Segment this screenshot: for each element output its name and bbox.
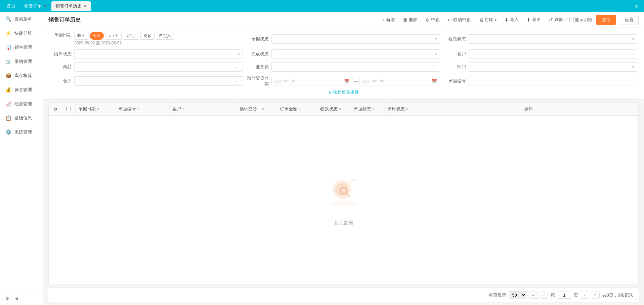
tab-sales-order-close[interactable]: ✕ [44,4,47,8]
collapse-sidebar-icon[interactable]: ◀ [15,296,18,301]
tab-sales-order-label: 销售订单 [24,3,42,9]
th-customer[interactable]: 客户 ⇅ [170,103,237,115]
th-action-label: 操作 [524,106,533,112]
settings-icon[interactable]: ⚙ [5,296,9,301]
export-button[interactable]: ⬆ 导出 [525,15,543,24]
salesperson-input[interactable]: ··· [271,62,440,72]
per-page-select[interactable]: 50 10 20 100 [509,291,526,299]
page-number-input[interactable] [558,292,571,299]
goods-input[interactable]: ··· [74,62,243,72]
th-number[interactable]: 单据编号 ⇅ [116,103,170,115]
customer-input[interactable]: ··· [469,49,637,59]
order-status-select[interactable]: ▾ [271,34,440,44]
th-number-label: 单据编号 [119,106,136,112]
warehouse-dots-icon[interactable]: ··· [233,79,240,84]
payment-status-select[interactable]: ▾ [469,34,637,44]
date-quick-yesterday[interactable]: 昨天 [74,32,88,40]
out-status-label: 出库状态 [50,51,72,57]
th-checkbox[interactable] [62,104,76,115]
select-all-checkbox[interactable] [67,107,71,111]
sidebar-item-quick-nav[interactable]: ⚡ 快捷导航 [0,26,43,40]
import-button[interactable]: ⬇ 导入 [503,15,521,24]
export-label: 导出 [532,17,541,23]
prev-page-button[interactable]: ‹ [541,292,548,299]
tab-sales-order[interactable]: 销售订单 ✕ [20,1,51,11]
date-quick-7days[interactable]: 近7天 [105,32,122,40]
th-out-status[interactable]: 出库状态 ⇅ [385,103,418,115]
new-button[interactable]: + 新增 [380,15,397,24]
delivery-date-start[interactable]: yyyy-mm-dd 📅 [271,77,352,85]
window-close-button[interactable]: ✕ [632,2,641,11]
sidebar-item-finance-label: 资金管理 [14,87,32,93]
dept-select[interactable]: ▾ [469,62,637,72]
query-button[interactable]: 查询 [596,15,616,25]
last-page-button[interactable]: » [591,292,599,299]
date-quick-today[interactable]: 今天 [90,32,104,40]
date-quick-more[interactable]: 更多 [140,32,155,40]
sidebar-item-sales-mgmt[interactable]: 📊 销售管理 [0,40,43,54]
goods-dots-icon[interactable]: ··· [233,65,240,70]
date-quick-buttons: 昨天 今天 近7天 近1月 更多 自定义 [74,32,243,40]
delivery-date-range: yyyy-mm-dd 📅 — yyyy-mm-dd 📅 [271,77,440,85]
export-icon: ⬆ [527,17,531,23]
refresh-button[interactable]: ↺ 刷新 [547,15,565,24]
salesperson-dots-icon[interactable]: ··· [431,65,437,70]
sidebar-item-purchase-mgmt[interactable]: 🛒 采购管理 [0,54,43,69]
th-delivery[interactable]: 预计交货... ⇅ [237,103,277,115]
purchase-mgmt-icon: 🛒 [5,59,12,65]
date-quick-1month[interactable]: 近1月 [123,32,139,40]
th-settings[interactable]: ⚙ [49,103,62,115]
date-quick-custom[interactable]: 自定义 [156,32,174,40]
th-amount[interactable]: 订单金额 ⇅ [277,103,317,115]
calendar-start-icon: 📅 [344,79,349,84]
stop-button[interactable]: ⊘ 中止 [424,15,442,24]
collapse-filters[interactable]: ∧ 收起更多条件 [50,89,637,95]
delete-button[interactable]: 🗑 删除 [401,15,420,24]
search-menu-icon: 🔍 [5,16,12,22]
first-page-button[interactable]: « [529,292,538,299]
delivery-date-end[interactable]: yyyy-mm-dd 📅 [359,77,440,85]
date-separator: — [354,79,358,84]
empty-illustration [324,175,364,215]
sidebar-item-search-menu[interactable]: 🔍 搜索菜单 [0,12,43,26]
th-delivery-sort-icon: ⇅ [262,107,264,111]
date-label: 单据日期 [50,32,72,38]
complete-status-select[interactable]: ▾ [271,49,440,59]
filter-delivery-date: 预计交货日期 yyyy-mm-dd 📅 — yyyy-mm-dd 📅 [247,75,440,87]
refresh-label: 刷新 [554,17,563,23]
out-status-select[interactable]: ▾ [74,49,243,59]
basic-info-icon: 📋 [5,115,12,121]
filter-row-2: 出库状态 ▾ 完成状态 ▾ 客户 [50,49,637,59]
print-button[interactable]: 🖨 打印 ▾ [477,15,499,24]
sidebar-item-system-mgmt[interactable]: ⚙️ 系统管理 [0,125,43,139]
display-detail-checkbox[interactable] [569,18,573,22]
tab-home[interactable]: 首页 [3,1,19,11]
date-range-display: 2023-06-02 至 2023-06-02 [74,40,243,46]
quick-nav-icon: ⚡ [5,30,12,36]
customer-dots-icon[interactable]: ··· [628,52,634,57]
cancel-stop-button[interactable]: ↩ 取消中止 [446,15,473,24]
settings-button[interactable]: 设置 [620,15,639,25]
filter-dept: 部门 ▾ [444,62,637,72]
empty-svg [324,175,364,208]
th-payment-status[interactable]: 收款状态 ⇅ [317,103,351,115]
sidebar-item-operations-label: 经营管理 [14,101,32,107]
display-detail-checkbox-label[interactable]: 显示明细 [569,17,592,23]
collapse-label: 收起更多条件 [333,89,359,95]
sidebar-item-operations[interactable]: 📈 经营管理 [0,97,43,111]
th-order-status[interactable]: 单据状态 ⇅ [351,103,385,115]
doc-number-input[interactable] [469,77,637,85]
sidebar-item-inventory[interactable]: 📦 库存核算 [0,69,43,83]
sidebar-item-basic-info[interactable]: 📋 基础信息 [0,111,43,125]
th-date[interactable]: 单据日期 ⇅ [76,103,116,115]
warehouse-input[interactable]: ··· [74,76,243,86]
filter-order-status: 单据状态 ▾ [247,32,440,46]
tab-sales-history[interactable]: 销售订单历史 ✕ [51,1,91,11]
next-page-button[interactable]: › [581,292,588,299]
filter-customer: 客户 ··· [444,49,637,59]
sidebar-item-finance[interactable]: 💰 资金管理 [0,83,43,97]
tab-sales-history-close[interactable]: ✕ [84,4,87,8]
th-delivery-label: 预计交货... [240,106,261,112]
filter-area: 单据日期 昨天 今天 近7天 近1月 更多 自定义 2023-06-02 至 2… [43,28,644,100]
calendar-end-icon: 📅 [432,79,437,84]
